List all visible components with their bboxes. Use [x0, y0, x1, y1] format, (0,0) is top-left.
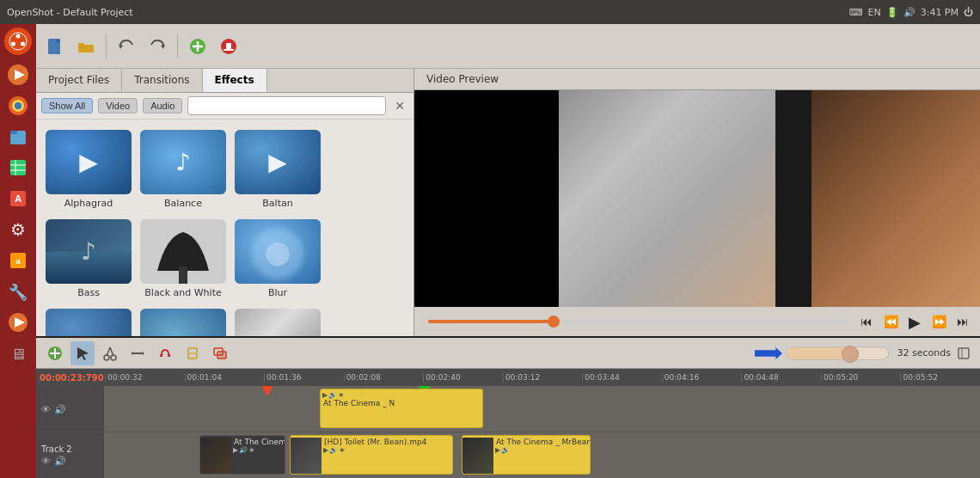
clock: 3:41 PM	[921, 7, 959, 18]
zoom-bar[interactable]	[786, 346, 889, 360]
redo-button[interactable]	[144, 33, 171, 60]
track-2-lane[interactable]: At The Cinema _ N ▶🔊★	[105, 432, 980, 478]
track-1-controls: 👁 🔊	[41, 404, 99, 415]
track-2-header: Track 2 👁 🔊	[36, 432, 105, 478]
video-preview-tab[interactable]: Video Preview	[414, 69, 980, 90]
timeline-transform-button[interactable]	[208, 341, 232, 365]
effect-item-alphagrad[interactable]: Alphagrad	[41, 125, 136, 214]
right-panel: Video Preview ⏮ ⏪ ▶ ⏩ ⏭	[414, 69, 980, 336]
video-seg-warm	[812, 90, 980, 307]
play-button[interactable]: ▶	[904, 311, 925, 332]
effect-item-blackwhite[interactable]: Black and White	[136, 214, 230, 303]
sidebar-icon-spreadsheet[interactable]	[3, 153, 33, 182]
track-2-audio-icon[interactable]: 🔊	[54, 456, 66, 467]
panels-row: Project Files Transitions Effects Show A…	[36, 69, 980, 336]
timeline-magnet-button[interactable]	[153, 341, 177, 365]
sidebar-icon-play[interactable]	[3, 308, 33, 337]
timeline-cut-button[interactable]	[98, 341, 122, 365]
ubuntu-icon[interactable]	[4, 28, 32, 55]
svg-point-1	[16, 34, 21, 39]
track-2: Track 2 👁 🔊 At The Cinema _	[36, 432, 980, 478]
track-2-eye-icon[interactable]: 👁	[41, 456, 51, 467]
svg-text:a: a	[15, 257, 21, 266]
sidebar-icon-gear2[interactable]: 🔧	[3, 277, 33, 306]
rewind-button[interactable]: ⏪	[880, 311, 901, 332]
track-2-controls: 👁 🔊	[41, 456, 99, 467]
sidebar-icon-files[interactable]	[3, 122, 33, 151]
effect-label-blackwhite: Black and White	[144, 287, 221, 298]
svg-line-37	[107, 347, 110, 356]
go-end-button[interactable]: ⏭	[952, 311, 973, 332]
seek-thumb[interactable]	[548, 316, 560, 328]
timeline-content: 00:00:23:790 00:00:32 00:01:04 00:01:36 …	[36, 369, 980, 478]
track-1: 👁 🔊	[36, 386, 980, 432]
track-1-audio-icon[interactable]: 🔊	[54, 404, 66, 415]
keyboard-lang: EN	[867, 7, 880, 18]
svg-rect-29	[226, 43, 231, 49]
toolbar-separator-1	[106, 34, 107, 58]
effect-item-balance[interactable]: Balance	[136, 125, 230, 214]
sidebar-icon-firefox[interactable]	[3, 91, 33, 120]
fast-forward-button[interactable]: ⏩	[928, 311, 949, 332]
track-1-lane[interactable]: ▶🔊★ At The Cinema _ N	[105, 386, 980, 432]
svg-marker-48	[755, 346, 782, 358]
tracks-container: 👁 🔊	[36, 386, 980, 478]
effect-item-partial2[interactable]	[136, 303, 230, 336]
open-project-button[interactable]	[72, 33, 100, 60]
zoom-thumb[interactable]	[842, 346, 859, 363]
sidebar-icon-openshot[interactable]	[3, 60, 33, 89]
effect-label-balance: Balance	[164, 198, 202, 209]
export-button[interactable]	[215, 33, 242, 60]
playhead-marker-red	[262, 386, 273, 396]
timeline-resize-button[interactable]	[126, 341, 150, 365]
keyboard-icon: ⌨	[849, 7, 863, 18]
track-2-clip-3[interactable]: At The Cinema _ MrBean ... ▶🔊	[462, 435, 591, 475]
tab-project-files[interactable]: Project Files	[36, 69, 122, 92]
sidebar-icon-desktop[interactable]: 🖥	[3, 339, 33, 368]
search-clear-button[interactable]: ✕	[391, 97, 408, 114]
track-2-clip-2[interactable]: [HD] Toilet (Mr. Bean).mp4 ▶🔊★	[290, 435, 453, 475]
effect-label-baltan: Baltan	[262, 198, 292, 209]
effect-item-bass[interactable]: ♪ Bass	[41, 214, 136, 303]
clip-3-label: [HD] Toilet (Mr. Bean).mp4	[322, 438, 429, 446]
svg-line-38	[110, 347, 113, 356]
timeline-add-track-button[interactable]	[43, 341, 67, 365]
app-container: A ⚙ a 🔧 🖥	[0, 24, 980, 478]
effect-item-baltan[interactable]: Baltan	[230, 125, 325, 214]
effect-item-partial1[interactable]	[41, 303, 136, 336]
timeline-trim-button[interactable]	[181, 341, 205, 365]
track-1-clip-1[interactable]: ▶🔊★ At The Cinema _ N	[320, 389, 483, 428]
filter-video[interactable]: Video	[98, 98, 138, 113]
timeline-pointer-button[interactable]	[70, 341, 95, 365]
sidebar-icon-text[interactable]: A	[3, 184, 33, 213]
effect-thumb-alphagrad	[46, 130, 132, 194]
tab-effects[interactable]: Effects	[203, 69, 267, 92]
video-seg-black-left	[414, 90, 559, 307]
track-2-clip-1[interactable]: At The Cinema _ N ▶🔊★	[199, 435, 285, 475]
svg-point-3	[11, 42, 15, 46]
battery-icon: 🔋	[886, 7, 898, 18]
go-start-button[interactable]: ⏮	[856, 311, 877, 332]
seek-bar[interactable]	[428, 320, 846, 323]
sidebar-icon-settings[interactable]: ⚙	[3, 215, 33, 244]
ruler-mark-5: 00:02:40	[423, 373, 503, 382]
add-track-button[interactable]	[184, 33, 211, 60]
sidebar-icon-amazon[interactable]: a	[3, 246, 33, 275]
filter-show-all[interactable]: Show All	[41, 98, 93, 113]
volume-icon: 🔊	[903, 7, 916, 18]
track-1-eye-icon[interactable]: 👁	[41, 404, 51, 415]
undo-button[interactable]	[113, 33, 140, 60]
tab-transitions[interactable]: Transitions	[122, 69, 202, 92]
ruler-mark-6: 00:03:12	[503, 373, 583, 382]
filter-audio[interactable]: Audio	[143, 98, 182, 113]
seek-fill	[428, 320, 554, 323]
timeline-end-button[interactable]	[954, 344, 973, 363]
new-project-button[interactable]	[41, 33, 69, 60]
time-ruler: 00:00:23:790 00:00:32 00:01:04 00:01:36 …	[36, 369, 980, 386]
effect-item-blur[interactable]: Blur	[230, 214, 325, 303]
effects-search-input[interactable]	[187, 96, 386, 115]
svg-rect-11	[10, 160, 26, 175]
timeline-zoom-arrow[interactable]	[755, 341, 782, 365]
effect-item-partial3[interactable]	[230, 303, 325, 336]
svg-marker-40	[132, 352, 134, 355]
